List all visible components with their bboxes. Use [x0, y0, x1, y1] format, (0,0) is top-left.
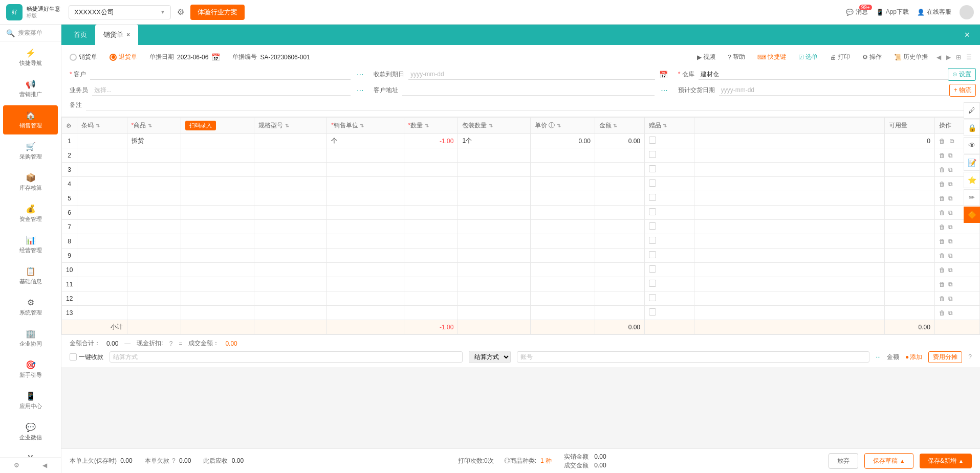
payment-due-calendar-icon[interactable]: 📅: [659, 71, 668, 79]
list-view-icon[interactable]: ☰: [966, 54, 972, 61]
sort-icon[interactable]: ⇅: [425, 123, 429, 128]
nav-prev-icon[interactable]: ◀: [937, 54, 941, 61]
save-new-chevron-icon[interactable]: ▲: [959, 458, 964, 464]
settlement-method-input[interactable]: [110, 351, 463, 363]
gift-checkbox[interactable]: [649, 251, 656, 258]
sidebar-item-finance[interactable]: 💰 资金管理: [3, 199, 58, 228]
sidebar-item-purchase[interactable]: 🛒 采购管理: [3, 137, 58, 166]
sort-icon[interactable]: ⇅: [557, 123, 561, 128]
sidebar-item-quick-nav[interactable]: ⚡ 快捷导航: [3, 43, 58, 72]
history-btn[interactable]: 📜 历史单据: [890, 51, 931, 63]
avatar[interactable]: [960, 5, 974, 19]
help-btn[interactable]: ? 帮助: [724, 51, 749, 63]
sort-icon[interactable]: ⇅: [285, 123, 289, 128]
tab-close-icon[interactable]: ×: [126, 31, 130, 38]
copy-row-icon[interactable]: ⧉: [948, 195, 953, 202]
add-payment-btn[interactable]: ● 添加: [905, 353, 922, 362]
gift-checkbox[interactable]: [649, 137, 656, 144]
pay-checkbox-icon[interactable]: [70, 353, 77, 361]
delete-row-icon[interactable]: 🗑: [939, 195, 945, 202]
trial-button[interactable]: 体验行业方案: [190, 5, 245, 20]
settings-button[interactable]: ⊙ 设置: [948, 68, 976, 81]
gift-checkbox[interactable]: [649, 222, 656, 230]
salesperson-input[interactable]: [92, 85, 351, 96]
sidebar-item-marketing[interactable]: 📢 营销推广: [3, 74, 58, 103]
grid-view-icon[interactable]: ⊞: [956, 54, 961, 61]
video-btn[interactable]: ▶ 视频: [693, 51, 719, 63]
copy-row-icon[interactable]: ⧉: [948, 152, 953, 159]
customer-ellipsis-btn[interactable]: ···: [357, 70, 363, 79]
copy-row-icon[interactable]: ⧉: [948, 252, 953, 259]
save-new-button[interactable]: 保存&新增 ▲: [920, 454, 972, 468]
close-all-tabs-icon[interactable]: ×: [958, 30, 976, 40]
sidebar-collapse-icon[interactable]: ◀: [42, 462, 47, 469]
gift-checkbox[interactable]: [649, 194, 656, 201]
sidebar-item-apps[interactable]: 📱 应用中心: [3, 386, 58, 415]
online-service-item[interactable]: 👤 在线客服: [917, 8, 951, 16]
float-pencil-icon[interactable]: ✏: [964, 189, 980, 206]
gift-checkbox[interactable]: [649, 265, 656, 273]
sidebar-item-enterprise[interactable]: 🏢 企业协同: [3, 324, 58, 353]
action-btn[interactable]: ⚙ 操作: [859, 51, 885, 63]
copy-row-icon[interactable]: ⧉: [948, 238, 953, 245]
delete-row-icon[interactable]: 🗑: [939, 138, 945, 145]
save-draft-chevron-icon[interactable]: ▲: [900, 458, 905, 464]
tab-sales-order[interactable]: 销货单 ×: [95, 25, 138, 45]
sort-icon[interactable]: ⇅: [360, 123, 364, 128]
gift-checkbox[interactable]: [649, 237, 656, 244]
float-lock-icon[interactable]: 🔒: [964, 120, 980, 136]
delete-row-icon[interactable]: 🗑: [939, 181, 945, 188]
discard-button[interactable]: 放弃: [829, 453, 858, 469]
gift-checkbox[interactable]: [649, 151, 656, 158]
gift-checkbox[interactable]: [649, 308, 656, 316]
company-selector[interactable]: XXXXXX公司 ▼: [69, 5, 171, 19]
tab-home[interactable]: 首页: [66, 25, 95, 45]
delete-row-icon[interactable]: 🗑: [939, 152, 945, 159]
logistics-button[interactable]: + 物流: [949, 84, 976, 97]
sidebar-settings-icon[interactable]: ⚙: [14, 462, 19, 469]
delete-row-icon[interactable]: 🗑: [939, 252, 945, 259]
sort-icon[interactable]: ⇅: [489, 123, 493, 128]
delete-row-icon[interactable]: 🗑: [939, 281, 945, 288]
app-download-item[interactable]: 📱 App下载: [876, 8, 909, 16]
account-input[interactable]: [517, 351, 870, 363]
print-btn[interactable]: 🖨 打印: [826, 51, 854, 63]
copy-row-icon[interactable]: ⧉: [948, 281, 953, 288]
delete-row-icon[interactable]: 🗑: [939, 223, 945, 231]
sort-icon[interactable]: ⇅: [148, 123, 152, 128]
settings-icon[interactable]: ⚙: [177, 7, 184, 17]
copy-row-icon[interactable]: ⧉: [950, 138, 954, 145]
copy-row-icon[interactable]: ⧉: [948, 266, 953, 274]
delete-row-icon[interactable]: 🗑: [939, 238, 945, 245]
float-star-icon[interactable]: ⭐: [964, 172, 980, 188]
delete-row-icon[interactable]: 🗑: [939, 309, 945, 317]
settlement-method-select[interactable]: 结算方式: [469, 351, 511, 363]
delete-row-icon[interactable]: 🗑: [939, 209, 945, 216]
customer-address-input[interactable]: [402, 85, 655, 96]
sidebar-item-wecom[interactable]: 💬 企业微信: [3, 417, 58, 446]
radio-return-order[interactable]: 退货单: [110, 53, 137, 61]
sidebar-item-system[interactable]: ⚙ 系统管理: [3, 292, 58, 322]
scan-button[interactable]: 扫码录入: [185, 121, 216, 130]
gift-checkbox[interactable]: [649, 208, 656, 215]
float-edit-icon[interactable]: 🖊: [964, 102, 980, 119]
sidebar-item-vip[interactable]: V 畅会员: [3, 448, 58, 457]
discount-help-icon[interactable]: ?: [169, 340, 173, 347]
fee-help-icon[interactable]: ?: [968, 353, 972, 361]
salesperson-ellipsis-btn[interactable]: ···: [357, 86, 363, 95]
warehouse-input[interactable]: [699, 69, 959, 80]
radio-sale-order[interactable]: 销货单: [70, 53, 97, 61]
date-calendar-icon[interactable]: 📅: [211, 53, 220, 61]
sidebar-item-guide[interactable]: 🎯 新手引导: [3, 355, 58, 384]
sidebar-item-basics[interactable]: 📋 基础信息: [3, 261, 58, 290]
gift-checkbox[interactable]: [649, 165, 656, 172]
message-icon-item[interactable]: 💬 消息 99+: [846, 8, 868, 16]
account-ellipsis-btn[interactable]: ···: [876, 353, 881, 361]
debt-help-icon[interactable]: ?: [172, 457, 176, 464]
sidebar-item-sales[interactable]: 🏠 销售管理: [3, 105, 58, 134]
delivery-date-input[interactable]: [719, 85, 959, 96]
address-ellipsis-btn[interactable]: ···: [661, 86, 667, 95]
delete-row-icon[interactable]: 🗑: [939, 295, 945, 302]
nav-next-icon[interactable]: ▶: [946, 54, 951, 61]
gift-checkbox[interactable]: [649, 294, 656, 301]
